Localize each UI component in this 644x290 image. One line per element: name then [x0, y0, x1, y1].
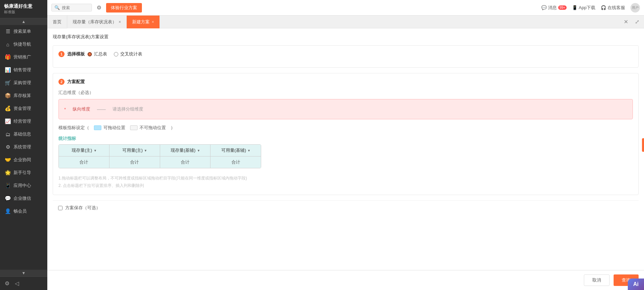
tab-expand-button[interactable]: ⤢	[633, 18, 641, 26]
tab-home[interactable]: 首页	[47, 16, 67, 28]
sound-icon[interactable]: ◁	[15, 280, 19, 287]
tab-bar-controls: ✕ ⤢	[622, 18, 644, 26]
sidebar-item-cooperation[interactable]: 🤝 企业协同	[0, 153, 47, 166]
gear-button[interactable]: ⚙	[95, 3, 103, 12]
gift-icon: 🎁	[5, 54, 11, 60]
search-box: 🔍	[51, 4, 92, 11]
home-icon: ⌂	[5, 42, 11, 47]
step2-title: 方案配置	[67, 79, 85, 85]
tab-home-label: 首页	[53, 19, 61, 25]
sidebar-item-search-menu[interactable]: ☰ 搜索菜单	[0, 25, 47, 38]
tab-inventory-label: 现存量（库存状况表）	[73, 19, 117, 25]
stats-col-2-body: 合计	[160, 156, 210, 168]
sidebar-item-wechat[interactable]: 💬 企业微信	[0, 192, 47, 205]
message-icon: 💬	[541, 5, 547, 10]
chevron-down-icon-2[interactable]: ▾	[198, 148, 200, 153]
app-download-item[interactable]: 📱 App下载	[572, 5, 595, 11]
radio-summary-input[interactable]	[88, 52, 92, 56]
content-wrapper: 现存量(库存状况表)方案设置 1 选择模板 汇总表 交叉统计表	[47, 28, 644, 290]
sidebar-item-marketing[interactable]: 🎁 营销推广	[0, 51, 47, 64]
avatar[interactable]: 用户	[630, 3, 640, 13]
gear-icon: ⚙	[5, 144, 11, 150]
phone-icon: 📱	[5, 183, 11, 189]
sidebar-scroll-down[interactable]: ▼	[0, 270, 47, 276]
chevron-down-icon-3[interactable]: ▾	[248, 148, 250, 153]
phone-icon: 📱	[572, 5, 577, 10]
tab-inventory-close[interactable]: ×	[119, 20, 121, 24]
cart-icon: 🛒	[5, 80, 11, 86]
sidebar-item-label: 畅会员	[14, 208, 27, 214]
tip-1: 2. 点击标题栏下拉可设置排序、插入列和删除列	[58, 182, 633, 190]
message-item[interactable]: 💬 消息 99+	[541, 5, 567, 11]
step1-title: 选择模板	[67, 51, 85, 57]
template-radio-group: 汇总表 交叉统计表	[88, 51, 142, 57]
folder-icon: 🗂	[5, 131, 11, 137]
online-service-label: 在线客服	[608, 5, 625, 11]
stats-col-3-header[interactable]: 可用量(基辅) ▾	[210, 145, 261, 156]
sidebar-item-label: 应用中心	[14, 183, 31, 189]
user-name: 用户	[632, 5, 639, 10]
dim-placeholder: 请选择分组维度	[113, 106, 143, 112]
money-icon: 💰	[5, 105, 11, 112]
sidebar-item-sales[interactable]: 📊 销售管理	[0, 64, 47, 76]
tab-inventory-status[interactable]: 现存量（库存状况表） ×	[67, 16, 127, 28]
stats-col-0: 现存量(主) ▾ 合计	[59, 145, 109, 168]
trend-icon: 📈	[5, 118, 11, 124]
sidebar-item-operation[interactable]: 📈 经营管理	[0, 115, 47, 128]
sidebar-item-member[interactable]: 👤 畅会员	[0, 205, 47, 218]
sidebar: 畅康通好生意 标准版 ▲ ☰ 搜索菜单 ⌂ 快捷导航 🎁 营销推广 📊 销售管理…	[0, 0, 47, 290]
top-bar-right: 💬 消息 99+ 📱 App下载 🎧 在线客服 用户	[541, 3, 640, 13]
tab-new-plan[interactable]: 新建方案 ×	[127, 16, 160, 28]
settings-icon[interactable]: ⚙	[5, 280, 9, 287]
online-service-item[interactable]: 🎧 在线客服	[601, 5, 625, 11]
stats-col-2: 现存量(基辅) ▾ 合计	[160, 145, 211, 168]
sidebar-item-purchase[interactable]: 🛒 采购管理	[0, 76, 47, 89]
stats-col-3: 可用量(基辅) ▾ 合计	[210, 145, 261, 168]
indicator-label: 模板指标设定（	[58, 125, 89, 131]
sidebar-item-label: 搜索菜单	[14, 28, 31, 34]
message-label: 消息	[548, 5, 557, 11]
fixed-box	[130, 125, 138, 130]
save-checkbox[interactable]	[58, 206, 63, 210]
sidebar-item-finance[interactable]: 💰 资金管理	[0, 102, 47, 115]
sidebar-item-new-guide[interactable]: 🌟 新手引导	[0, 166, 47, 179]
dimension-box[interactable]: * 纵向维度 —— 请选择分组维度	[58, 99, 633, 119]
sidebar-item-label: 企业协同	[14, 157, 31, 163]
stats-title: 统计指标	[58, 136, 633, 142]
radio-cross-label: 交叉统计表	[120, 51, 142, 57]
sidebar-item-inventory[interactable]: 📦 库存核算	[0, 89, 47, 102]
step1-section: 1 选择模板 汇总表 交叉统计表	[53, 45, 639, 68]
fixed-legend: 不可拖动位置	[130, 125, 166, 131]
sidebar-item-app-center[interactable]: 📱 应用中心	[0, 179, 47, 192]
sidebar-item-label: 系统管理	[14, 144, 31, 150]
right-edge-indicator	[642, 138, 644, 152]
trial-button[interactable]: 体验行业方案	[106, 3, 142, 13]
sidebar-scroll-up[interactable]: ▲	[0, 18, 47, 25]
radio-cross[interactable]: 交叉统计表	[114, 51, 142, 57]
stats-col-1-header[interactable]: 可用量(主) ▾	[109, 145, 160, 156]
sidebar-item-quick-nav[interactable]: ⌂ 快捷导航	[0, 38, 47, 51]
sidebar-item-system[interactable]: ⚙ 系统管理	[0, 141, 47, 153]
ai-fab-button[interactable]: Ai	[628, 279, 644, 290]
cancel-button[interactable]: 取消	[584, 274, 610, 286]
radio-summary[interactable]: 汇总表	[88, 51, 107, 57]
sidebar-item-label: 库存核算	[14, 93, 31, 99]
sidebar-item-label: 企业微信	[14, 195, 31, 201]
stats-col-3-body: 合计	[210, 156, 261, 168]
app-name: 畅康通好生意	[4, 3, 43, 9]
chevron-down-icon-1[interactable]: ▾	[145, 148, 147, 153]
chevron-down-icon-0[interactable]: ▾	[94, 148, 96, 153]
step2-section: 2 方案配置 汇总维度（必选） * 纵向维度 —— 请选择分组维度 模板指标设定…	[53, 73, 639, 195]
stats-col-2-header[interactable]: 现存量(基辅) ▾	[160, 145, 210, 156]
radio-cross-input[interactable]	[114, 52, 118, 56]
dimension-inner: * 纵向维度 —— 请选择分组维度	[64, 106, 627, 112]
required-mark: *	[64, 107, 66, 112]
draggable-legend: 可拖动位置	[94, 125, 125, 131]
star-icon: 🌟	[5, 170, 11, 176]
chat-icon: 💬	[5, 195, 11, 201]
tab-close-button[interactable]: ✕	[622, 18, 630, 26]
sidebar-item-basic-info[interactable]: 🗂 基础信息	[0, 128, 47, 141]
tab-new-plan-close[interactable]: ×	[152, 20, 154, 24]
search-input[interactable]	[62, 5, 89, 10]
stats-col-0-header[interactable]: 现存量(主) ▾	[59, 145, 109, 156]
